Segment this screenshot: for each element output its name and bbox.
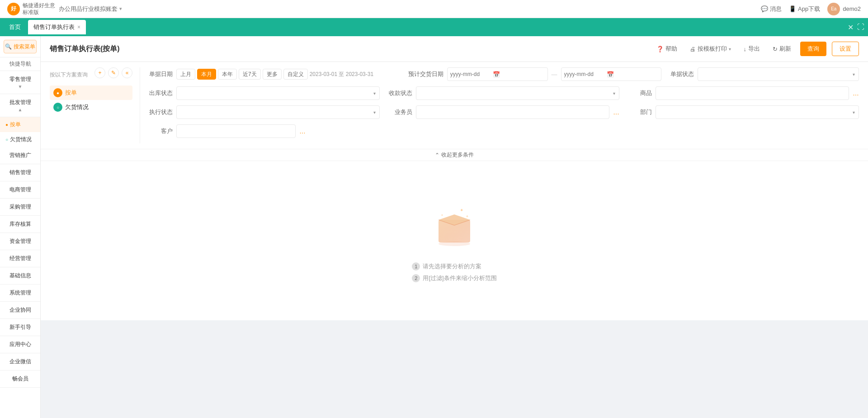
tab-home[interactable]: 首页 <box>4 20 26 34</box>
filter-row-4: 客户 … <box>147 124 859 138</box>
refresh-button[interactable]: ↻ 刷新 <box>769 43 795 55</box>
goods-more-button[interactable]: … <box>853 90 859 97</box>
doc-status-select[interactable]: ▾ <box>698 67 859 81</box>
app-download-button[interactable]: 📱 App下载 <box>789 5 820 13</box>
doc-date-label: 单据日期 <box>147 70 173 78</box>
sidebar-item-inventory[interactable]: 库存核算 <box>0 216 40 233</box>
collapse-scheme-button[interactable]: « <box>122 67 132 78</box>
sidebar-item-quick-nav[interactable]: 快捷导航 <box>0 57 40 71</box>
page-header: 销售订单执行表(按单) ❓ 帮助 🖨 按模板打印 ▾ ↓ 导出 ↻ 刷新 <box>41 36 868 62</box>
tab-active[interactable]: 销售订单执行表 × <box>28 20 86 34</box>
top-bar: 好 畅捷通好生意 标准版 办公用品行业模拟账套 ▾ 💬 消息 📱 App下载 E… <box>0 0 868 18</box>
tab-bar: 首页 销售订单执行表 × ✕ ⛶ <box>0 18 868 36</box>
customer-label: 客户 <box>147 127 173 135</box>
chevron-down-icon: ▼ <box>18 84 23 89</box>
svg-text:✦: ✦ <box>466 214 469 218</box>
date-btn-last-month[interactable]: 上月 <box>176 69 195 80</box>
message-icon: 💬 <box>761 5 768 12</box>
goods-input[interactable] <box>656 86 849 100</box>
expected-date-start-input[interactable] <box>450 71 491 77</box>
date-btn-custom[interactable]: 自定义 <box>283 69 308 80</box>
goods-input-wrap <box>656 86 849 100</box>
exec-status-select[interactable]: ▾ <box>176 105 380 119</box>
payment-status-label: 收款状态 <box>387 89 412 97</box>
print-button[interactable]: 🖨 按模板打印 ▾ <box>686 43 735 55</box>
dept-select[interactable]: ▾ <box>656 105 859 119</box>
filter-scheme-title: 按以下方案查询 + ✎ « <box>50 67 132 82</box>
filter-exec-status: 执行状态 ▾ <box>147 105 380 119</box>
expected-date-end-input[interactable] <box>564 71 605 77</box>
chevron-up-icon: ▲ <box>18 107 23 112</box>
salesperson-input-wrap <box>416 105 609 119</box>
expected-date-end-wrap: 📅 <box>561 67 662 81</box>
sidebar-item-sales[interactable]: 销售管理 <box>0 164 40 181</box>
search-menu-button[interactable]: 🔍 搜索菜单 <box>4 40 37 53</box>
salesperson-more-button[interactable]: … <box>613 109 619 116</box>
sidebar-item-wechat[interactable]: 企业微信 <box>0 353 40 370</box>
sidebar-item-app-center[interactable]: 应用中心 <box>0 336 40 353</box>
empty-tip-2: 2 用[过滤]条件来缩小分析范围 <box>412 272 496 284</box>
window-close-button[interactable]: ✕ <box>848 23 854 32</box>
shipment-status-select[interactable]: ▾ <box>176 86 380 100</box>
date-range-display: 2023-03-01 至 2023-03-31 <box>310 71 373 78</box>
search-button[interactable]: 查询 <box>800 42 826 56</box>
date-btn-group: 上月 本月 本年 近7天 更多 自定义 2023-03-01 至 2023-03… <box>176 69 401 80</box>
sidebar-item-member[interactable]: 畅会员 <box>0 370 40 388</box>
customer-more-button[interactable]: … <box>299 128 306 135</box>
tab-bar-actions: ✕ ⛶ <box>848 23 864 32</box>
sidebar-item-ecommerce[interactable]: 电商管理 <box>0 181 40 199</box>
collapse-button[interactable]: ⌃ 收起更多条件 <box>435 151 474 159</box>
date-btn-this-year[interactable]: 本年 <box>218 69 237 80</box>
sidebar-item-newbie[interactable]: 新手引导 <box>0 319 40 336</box>
goods-label: 商品 <box>627 89 652 97</box>
sidebar-item-marketing[interactable]: 营销推广 <box>0 147 40 164</box>
edit-scheme-button[interactable]: ✎ <box>108 67 119 78</box>
filter-payment-status: 收款状态 ▾ <box>387 86 619 100</box>
dept-arrow-icon: ▾ <box>853 110 855 115</box>
calendar-icon-start[interactable]: 📅 <box>493 71 500 78</box>
avatar: Ea <box>827 3 840 15</box>
sidebar-item-system[interactable]: 系统管理 <box>0 285 40 302</box>
date-btn-last-7[interactable]: 近7天 <box>239 69 261 80</box>
main-layout: 🔍 搜索菜单 快捷导航 零售管理 ▼ 批发管理 ▲ ● 按单 ○ 欠货情况 营销… <box>0 36 868 418</box>
sidebar-item-purchase[interactable]: 采购管理 <box>0 199 40 216</box>
sidebar-sub-item-按单[interactable]: ● 按单 <box>0 117 40 132</box>
tab-close-icon[interactable]: × <box>77 24 80 30</box>
payment-status-select[interactable]: ▾ <box>416 86 619 100</box>
salesperson-input[interactable] <box>416 105 609 119</box>
calendar-icon-end[interactable]: 📅 <box>607 71 614 78</box>
customer-input[interactable] <box>176 124 296 138</box>
filter-expected-date: 预计交货日期 📅 — 📅 <box>408 67 662 81</box>
add-scheme-button[interactable]: + <box>94 67 105 78</box>
tip-num-2: 2 <box>412 274 420 282</box>
settings-button[interactable]: 设置 <box>832 42 859 56</box>
scheme-icon: ○ <box>53 103 62 112</box>
filter-customer: 客户 … <box>147 124 306 138</box>
customer-input-wrap <box>176 124 296 138</box>
scheme-item-按单[interactable]: ● 按单 <box>50 86 132 100</box>
sidebar-item-finance[interactable]: 资金管理 <box>0 233 40 250</box>
print-icon: 🖨 <box>690 46 696 52</box>
filter-doc-status: 单据状态 ▾ <box>669 67 859 81</box>
message-button[interactable]: 💬 消息 <box>761 5 782 13</box>
filter-row-3: 执行状态 ▾ 业务员 … <box>147 105 859 119</box>
export-icon: ↓ <box>744 46 747 52</box>
top-bar-left: 好 畅捷通好生意 标准版 办公用品行业模拟账套 ▾ <box>7 2 122 15</box>
window-expand-button[interactable]: ⛶ <box>857 23 864 32</box>
logo-icon: 好 <box>7 3 20 15</box>
sidebar-item-enterprise-collab[interactable]: 企业协同 <box>0 302 40 319</box>
sidebar-item-business[interactable]: 经营管理 <box>0 250 40 267</box>
tip-num-1: 1 <box>412 262 420 271</box>
sidebar-sub-item-欠货[interactable]: ○ 欠货情况 <box>0 132 40 147</box>
help-button[interactable]: ❓ 帮助 <box>653 43 681 55</box>
filter-dept: 部门 ▾ <box>627 105 859 119</box>
svg-point-7 <box>439 242 470 246</box>
scheme-item-欠货[interactable]: ○ 欠货情况 <box>50 100 132 114</box>
date-btn-more[interactable]: 更多 <box>263 69 282 80</box>
sidebar-item-wholesale[interactable]: 批发管理 ▲ <box>0 94 40 117</box>
sidebar-item-retail[interactable]: 零售管理 ▼ <box>0 71 40 94</box>
sidebar-item-basic-info[interactable]: 基础信息 <box>0 267 40 285</box>
date-btn-this-month[interactable]: 本月 <box>197 69 216 80</box>
export-button[interactable]: ↓ 导出 <box>740 43 764 55</box>
user-menu[interactable]: Ea demo2 <box>827 3 861 15</box>
